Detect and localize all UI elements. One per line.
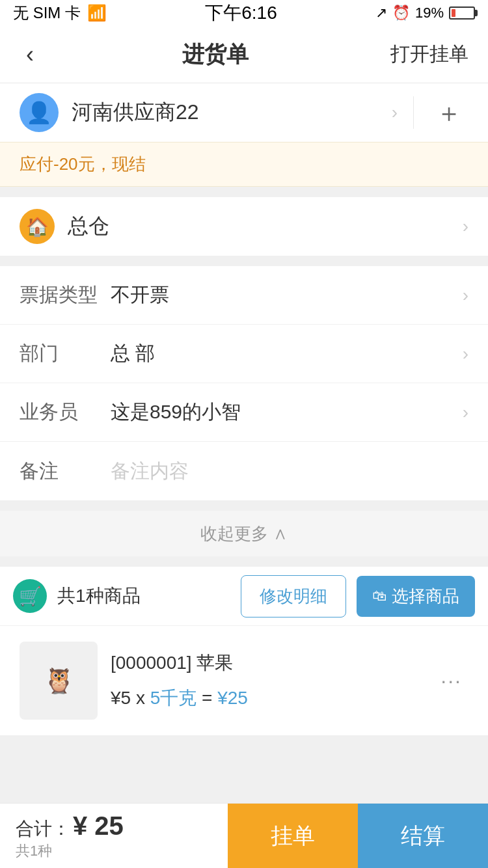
alarm-icon: ⏰ — [392, 5, 410, 21]
remark-label: 备注 — [20, 458, 104, 485]
product-count-icon: 🛒 — [13, 579, 47, 613]
ticket-type-label: 票据类型 — [20, 282, 104, 308]
edit-detail-button[interactable]: 修改明细 — [241, 575, 346, 617]
product-unit-price: ¥5 — [111, 688, 131, 708]
suspend-label: 挂单 — [271, 821, 315, 851]
alert-banner: 应付-20元，现结 — [0, 142, 488, 187]
select-product-icon: 🛍 — [372, 588, 386, 604]
total-count: 共1种 — [16, 841, 212, 861]
content-area: 👤 河南供应商22 › ＋ 应付-20元，现结 🏠 总仓 › 票据类型 不开票 … — [0, 83, 488, 817]
department-row[interactable]: 部门 总 部 › — [0, 325, 488, 383]
product-item: 🦉 [0000001] 苹果 ¥5 x 5千克 = ¥25 ··· — [0, 625, 488, 735]
page-title: 进货单 — [182, 40, 249, 70]
status-right: ↗ ⏰ 19% — [375, 5, 475, 21]
product-count-text: 共1种商品 — [57, 584, 230, 608]
product-info: [0000001] 苹果 ¥5 x 5千克 = ¥25 — [111, 651, 421, 711]
supplier-name: 河南供应商22 — [72, 98, 392, 127]
ticket-type-value: 不开票 — [111, 282, 463, 308]
product-equals-icon: = — [202, 688, 217, 708]
warehouse-card: 🏠 总仓 › — [0, 197, 488, 256]
supplier-card: 👤 河南供应商22 › ＋ 应付-20元，现结 — [0, 83, 488, 187]
select-product-button[interactable]: 🛍 选择商品 — [357, 576, 475, 617]
total-section: 合计： ¥ 25 共1种 — [0, 811, 228, 861]
department-label: 部门 — [20, 340, 104, 367]
settle-label: 结算 — [401, 821, 445, 851]
product-title: 苹果 — [197, 653, 233, 673]
supplier-chevron-icon: › — [392, 102, 398, 123]
department-value: 总 部 — [111, 340, 463, 367]
product-code: [0000001] — [111, 653, 192, 673]
status-left: 无 SIM 卡 📶 — [13, 3, 107, 23]
nav-bar: ‹ 进货单 打开挂单 — [0, 26, 488, 83]
status-bar: 无 SIM 卡 📶 下午6:16 ↗ ⏰ 19% — [0, 0, 488, 26]
total-amount: ¥ 25 — [73, 811, 124, 841]
product-quantity: 5千克 — [150, 688, 197, 708]
remark-input[interactable]: 备注内容 — [111, 458, 468, 485]
battery-percent: 19% — [415, 5, 444, 21]
bottom-bar: 合计： ¥ 25 共1种 挂单 结算 — [0, 803, 488, 868]
warehouse-icon: 🏠 — [20, 209, 55, 244]
salesperson-value: 这是859的小智 — [111, 399, 463, 426]
warehouse-row[interactable]: 🏠 总仓 › — [0, 197, 488, 256]
carrier-text: 无 SIM 卡 — [13, 3, 81, 23]
settle-button[interactable]: 结算 — [358, 804, 488, 869]
salesperson-label: 业务员 — [20, 399, 104, 426]
time-display: 下午6:16 — [205, 1, 277, 25]
department-chevron-icon: › — [463, 344, 468, 364]
location-icon: ↗ — [375, 5, 387, 21]
ticket-type-chevron-icon: › — [463, 285, 468, 306]
product-total: ¥25 — [217, 688, 248, 708]
total-label: 合计： — [16, 817, 70, 841]
products-header: 🛒 共1种商品 修改明细 🛍 选择商品 — [0, 567, 488, 625]
product-price-row: ¥5 x 5千克 = ¥25 — [111, 686, 421, 711]
vertical-divider — [413, 96, 414, 129]
supplier-avatar: 👤 — [20, 93, 59, 132]
product-multiply-icon: x — [136, 688, 150, 708]
product-more-button[interactable]: ··· — [434, 662, 468, 699]
warehouse-name: 总仓 — [68, 212, 463, 241]
product-name: [0000001] 苹果 — [111, 651, 421, 675]
open-pending-button[interactable]: 打开挂单 — [390, 41, 468, 68]
supplier-row[interactable]: 👤 河南供应商22 › ＋ — [0, 83, 488, 142]
battery-icon — [449, 7, 475, 20]
products-card: 🛒 共1种商品 修改明细 🛍 选择商品 🦉 [0000001] 苹果 ¥5 — [0, 567, 488, 735]
salesperson-row[interactable]: 业务员 这是859的小智 › — [0, 383, 488, 442]
owl-logo-icon: 🦉 — [44, 666, 74, 695]
collapse-bar[interactable]: 收起更多 ∧ — [0, 511, 488, 556]
remark-row[interactable]: 备注 备注内容 — [0, 442, 488, 500]
suspend-button[interactable]: 挂单 — [228, 804, 358, 869]
select-product-label: 选择商品 — [392, 585, 459, 608]
wifi-icon: 📶 — [87, 4, 107, 22]
salesperson-chevron-icon: › — [463, 402, 468, 423]
product-thumbnail: 🦉 — [20, 642, 98, 720]
ticket-type-row[interactable]: 票据类型 不开票 › — [0, 266, 488, 325]
avatar-icon: 👤 — [26, 100, 52, 125]
collapse-label: 收起更多 ∧ — [200, 522, 287, 545]
warehouse-chevron-icon: › — [463, 216, 468, 237]
add-button[interactable]: ＋ — [429, 88, 468, 137]
fields-card: 票据类型 不开票 › 部门 总 部 › 业务员 这是859的小智 › 备注 备注… — [0, 266, 488, 500]
total-row: 合计： ¥ 25 — [16, 811, 212, 841]
back-button[interactable]: ‹ — [20, 34, 40, 75]
